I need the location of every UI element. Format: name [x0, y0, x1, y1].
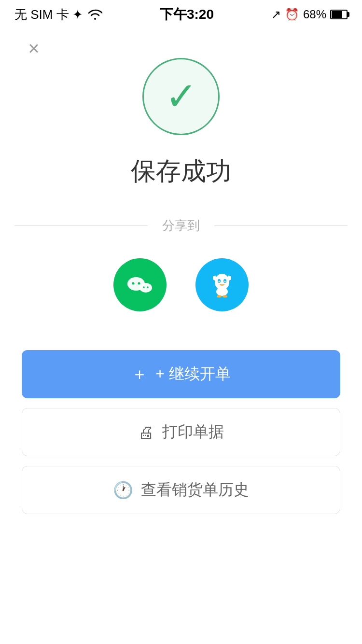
svg-point-15 — [223, 295, 227, 298]
history-label: 查看销货单历史 — [141, 479, 249, 501]
wechat-icon — [125, 269, 155, 300]
main-content: ✓ 保存成功 分享到 — [0, 29, 362, 514]
battery-icon — [330, 10, 348, 19]
continue-button[interactable]: ＋ + 继续开单 — [22, 350, 340, 398]
wifi-icon — [88, 9, 102, 20]
svg-point-10 — [219, 281, 220, 282]
qq-icon — [207, 269, 237, 300]
svg-point-3 — [138, 282, 140, 285]
svg-point-13 — [227, 276, 231, 280]
continue-label: + 继续开单 — [155, 364, 231, 385]
status-bar: 无 SIM 卡 ✦ 下午3:20 ↗ ⏰ 68% — [0, 0, 362, 29]
print-button[interactable]: 🖨 打印单据 — [22, 408, 340, 456]
svg-point-5 — [147, 286, 149, 288]
svg-point-1 — [139, 283, 152, 293]
location-icon: ↗ — [271, 8, 281, 21]
svg-point-11 — [224, 281, 226, 282]
svg-point-4 — [143, 286, 145, 288]
sim-status: 无 SIM 卡 ✦ — [14, 6, 83, 23]
status-time: 下午3:20 — [160, 5, 214, 24]
printer-icon: 🖨 — [138, 423, 154, 442]
success-circle: ✓ — [142, 58, 220, 135]
alarm-icon: ⏰ — [285, 8, 299, 21]
status-left: 无 SIM 卡 ✦ — [14, 6, 102, 23]
checkmark-icon: ✓ — [165, 77, 197, 116]
svg-point-2 — [132, 282, 135, 285]
battery-percent: 68% — [303, 8, 326, 21]
action-buttons: ＋ + 继续开单 🖨 打印单据 🕐 查看销货单历史 — [22, 350, 340, 514]
wechat-share-button[interactable] — [113, 258, 167, 311]
history-icon: 🕐 — [113, 480, 133, 500]
history-button[interactable]: 🕐 查看销货单历史 — [22, 466, 340, 514]
svg-point-12 — [213, 276, 217, 280]
success-title: 保存成功 — [131, 154, 231, 188]
close-button[interactable]: × — [19, 34, 48, 63]
share-icons — [113, 258, 249, 311]
share-divider: 分享到 — [0, 217, 362, 234]
share-label: 分享到 — [162, 217, 200, 234]
status-right: ↗ ⏰ 68% — [271, 8, 348, 21]
plus-icon: ＋ — [131, 363, 148, 385]
svg-point-7 — [216, 287, 228, 296]
svg-point-14 — [217, 295, 222, 298]
qq-share-button[interactable] — [195, 258, 249, 311]
print-label: 打印单据 — [162, 421, 224, 443]
close-icon: × — [28, 39, 39, 58]
